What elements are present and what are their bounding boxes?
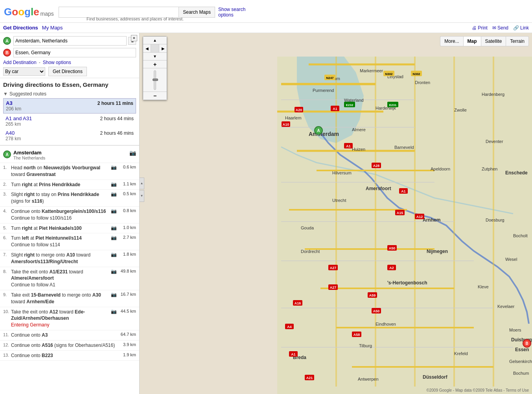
svg-text:A58: A58 — [353, 333, 360, 337]
travel-mode-select[interactable]: By car By public transit Walking — [3, 67, 45, 76]
to-input[interactable] — [13, 48, 136, 57]
map-type-controls: More... Map Satellite Terrain — [440, 36, 529, 46]
svg-text:A27: A27 — [330, 286, 337, 290]
route-a40-link[interactable]: A40 — [6, 130, 15, 136]
route-item-a40[interactable]: A40 2 hours 46 mins 278 km — [3, 129, 136, 143]
route-a40-dist: 278 km — [6, 136, 134, 141]
nav-right-actions: 🖨 Print ✉ Send 🔗 Link — [472, 25, 529, 31]
get-directions-link[interactable]: Get Directions — [3, 25, 38, 31]
step-1-camera[interactable]: 📷 — [111, 165, 117, 170]
sidebar-collapse-btn[interactable]: ✕ — [131, 35, 137, 41]
step-1-num: 1. — [3, 165, 11, 170]
step-13: 13. Continue onto B223 1.9 km — [0, 351, 139, 361]
pan-left-button[interactable]: ◀ — [143, 44, 151, 52]
my-maps-link[interactable]: My Maps — [42, 25, 63, 31]
directions-footer: By car By public transit Walking Get Dir… — [3, 67, 136, 76]
svg-text:A59: A59 — [369, 293, 376, 297]
step-11-dist: 64.7 km — [118, 332, 136, 337]
scroll-down-arrow[interactable]: ▼ — [140, 190, 144, 202]
show-options-link-form[interactable]: Show options — [43, 60, 71, 65]
step-9-camera[interactable]: 📷 — [111, 292, 117, 297]
step-12: 12. Continue onto A516 (signs for Oberha… — [0, 341, 139, 351]
start-camera-icon[interactable]: 📷 — [129, 150, 136, 156]
step-3-camera[interactable]: 📷 — [111, 191, 117, 197]
svg-text:A1: A1 — [401, 189, 406, 193]
step-7-camera[interactable]: 📷 — [111, 252, 117, 257]
svg-text:E232: E232 — [346, 103, 353, 107]
route-a1a31-time: 2 hours 44 mins — [100, 116, 134, 121]
pan-center — [151, 44, 159, 52]
from-input[interactable] — [13, 36, 127, 46]
step-10-num: 10. — [3, 309, 11, 314]
svg-text:A1: A1 — [346, 144, 351, 148]
pan-up-button[interactable]: ▲ — [143, 37, 167, 44]
step-5-camera[interactable]: 📷 — [111, 225, 117, 231]
svg-text:Dronten: Dronten — [415, 80, 430, 85]
step-4-camera[interactable]: 📷 — [111, 208, 117, 214]
step-9-num: 9. — [3, 292, 11, 297]
step-5-dist: 1.0 km — [118, 225, 136, 230]
sidebar: ✕ A ⇅ B Add Destination - Show options B… — [0, 33, 140, 394]
map-canvas: Amsterdam Amersfoort Barneveld Apeldoorn… — [140, 33, 532, 394]
map-type-satellite-button[interactable]: Satellite — [481, 36, 506, 46]
step-2-camera[interactable]: 📷 — [111, 181, 117, 187]
route-item-a3[interactable]: A3 2 hours 11 mins 206 km — [3, 98, 136, 114]
svg-text:B: B — [525, 341, 528, 346]
step-2: 2. Turn right at Prins Hendrikkade 📷 1.1… — [0, 180, 139, 190]
pan-down-button[interactable]: ▼ — [143, 53, 167, 60]
add-destination-link[interactable]: Add Destination — [3, 60, 37, 65]
zoom-thumb[interactable] — [153, 79, 158, 81]
svg-text:Bochum: Bochum — [513, 371, 529, 376]
get-directions-button[interactable]: Get Directions — [48, 67, 87, 76]
route-a3-link[interactable]: A3 — [6, 100, 13, 106]
svg-text:Kevelaer: Kevelaer — [497, 304, 515, 309]
step-6-camera[interactable]: 📷 — [111, 235, 117, 240]
start-location-name: Amsterdam — [13, 150, 129, 156]
route-a1a31-link[interactable]: A1 and A31 — [6, 115, 32, 121]
step-4-dist: 0.8 km — [118, 208, 136, 213]
step-7-text: Slight right to merge onto A10 toward Am… — [11, 252, 109, 265]
logo-google: Google — [4, 6, 39, 18]
routes-section: ▼ Suggested routes A3 2 hours 11 mins 20… — [0, 90, 139, 145]
zoom-out-button[interactable]: − — [143, 92, 167, 100]
svg-text:Düsseldorf: Düsseldorf — [423, 374, 448, 380]
svg-text:A21: A21 — [306, 376, 313, 380]
svg-text:A12: A12 — [416, 215, 423, 219]
map-type-map-button[interactable]: Map — [463, 36, 481, 46]
svg-text:A50: A50 — [389, 246, 396, 250]
zoom-track — [154, 70, 156, 90]
zoom-in-button[interactable]: + — [143, 60, 167, 68]
svg-text:Dordrecht: Dordrecht — [301, 249, 320, 254]
step-8-num: 8. — [3, 269, 11, 274]
search-input[interactable] — [59, 7, 179, 18]
step-9-text: Take exit 15-Barneveld to merge onto A30… — [11, 292, 109, 305]
pan-right-button[interactable]: ▶ — [159, 44, 167, 52]
show-search-options-link[interactable]: Show search options — [218, 7, 255, 18]
map-type-terrain-button[interactable]: Terrain — [506, 36, 529, 46]
route-item-a1a31[interactable]: A1 and A31 2 hours 44 mins 265 km — [3, 114, 136, 128]
svg-text:Markermeer: Markermeer — [360, 68, 383, 73]
chain-icon: 🔗 — [513, 25, 519, 31]
scroll-up-arrow[interactable]: ▲ — [140, 178, 144, 189]
svg-text:Apeldoorn: Apeldoorn — [431, 167, 450, 171]
step-8-camera[interactable]: 📷 — [111, 269, 117, 274]
send-icon: ✉ — [492, 25, 496, 31]
print-link[interactable]: 🖨 Print — [472, 25, 488, 31]
map-area[interactable]: Amsterdam Amersfoort Barneveld Apeldoorn… — [140, 33, 532, 394]
link-link[interactable]: 🔗 Link — [513, 25, 529, 31]
svg-text:N247: N247 — [326, 76, 334, 80]
more-button[interactable]: More... — [440, 36, 463, 46]
svg-text:A27: A27 — [330, 266, 337, 270]
send-link[interactable]: ✉ Send — [492, 25, 508, 31]
route-a3-time: 2 hours 11 mins — [98, 101, 133, 106]
driving-directions-title: Driving directions to Essen, Germany — [0, 78, 139, 90]
svg-text:A4: A4 — [287, 325, 292, 329]
routes-header[interactable]: ▼ Suggested routes — [3, 91, 136, 97]
step-12-num: 12. — [3, 343, 11, 347]
step-7: 7. Slight right to merge onto A10 toward… — [0, 250, 139, 267]
step-10-camera[interactable]: 📷 — [111, 309, 117, 314]
svg-text:Gelsenkirchen: Gelsenkirchen — [509, 359, 532, 364]
search-button[interactable]: Search Maps — [179, 7, 215, 18]
svg-text:Doesburg: Doesburg — [486, 218, 504, 222]
step-6-dist: 2.7 km — [118, 235, 136, 240]
